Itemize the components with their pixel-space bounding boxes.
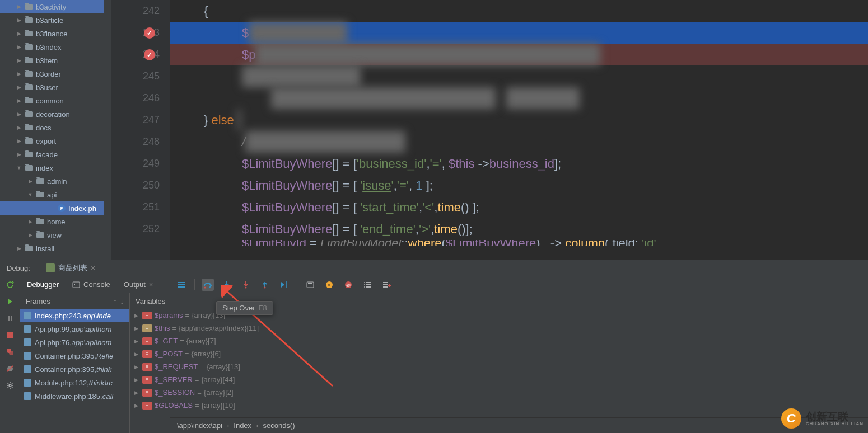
add-watch-icon[interactable] bbox=[380, 279, 393, 291]
breadcrumb[interactable]: \app\index\api › Index › seconds() bbox=[170, 417, 868, 433]
tree-item-b3activity[interactable]: ▶b3activity bbox=[0, 0, 110, 13]
close-icon[interactable]: × bbox=[149, 280, 153, 289]
arrow-up-icon[interactable]: ↑ bbox=[113, 297, 117, 305]
tree-item-install[interactable]: ▶install bbox=[0, 242, 110, 255]
tree-item-home[interactable]: ▶home bbox=[0, 215, 110, 228]
step-out-icon[interactable] bbox=[259, 279, 271, 291]
gutter-line[interactable]: 252 bbox=[111, 218, 170, 240]
gutter-line[interactable]: 247 bbox=[111, 109, 170, 131]
tree-item-index.ph[interactable]: PIndex.ph bbox=[0, 201, 110, 215]
gutter-line[interactable]: 242 bbox=[111, 0, 170, 22]
mute-breakpoints-icon[interactable] bbox=[4, 363, 16, 375]
breakpoint-icon[interactable] bbox=[144, 49, 155, 60]
gutter-line[interactable]: 248 bbox=[111, 131, 170, 153]
tree-item-docs[interactable]: ▶docs bbox=[0, 121, 110, 134]
step-into-icon[interactable] bbox=[221, 279, 233, 291]
evaluate-expression-icon[interactable] bbox=[304, 279, 316, 291]
frames-panel[interactable]: Frames ↑↓ Index.php:243, app\indeApi.php… bbox=[20, 293, 130, 433]
breakpoint-icon[interactable] bbox=[144, 27, 155, 39]
chevron-right-icon[interactable]: ▶ bbox=[16, 138, 22, 144]
chevron-right-icon[interactable]: ▶ bbox=[134, 313, 141, 318]
tree-item-common[interactable]: ▶common bbox=[0, 94, 110, 107]
chevron-right-icon[interactable]: ▶ bbox=[27, 178, 34, 185]
console-tab[interactable]: Console bbox=[70, 280, 113, 289]
gutter-line[interactable]: 243 bbox=[111, 22, 170, 44]
chevron-right-icon[interactable]: ▶ bbox=[16, 44, 22, 50]
code-line[interactable]: $params...redacted blurred content goes … bbox=[170, 44, 868, 65]
debugger-tab[interactable]: Debugger bbox=[25, 280, 61, 289]
variable-item[interactable]: ▶≡$GLOBALS={array} [10] bbox=[132, 399, 868, 412]
chevron-right-icon[interactable]: ▶ bbox=[134, 364, 141, 370]
code-line[interactable]: $LimitBuyWhere[] = [ 'isuse','=', 1 ]; bbox=[170, 175, 868, 196]
code-content[interactable]: {$params['seconds']$params...redacted bl… bbox=[170, 0, 868, 260]
tree-item-b3article[interactable]: ▶b3article bbox=[0, 13, 110, 27]
variable-item[interactable]: ▶≡$_GET={array} [7] bbox=[132, 335, 868, 347]
output-tab[interactable]: Output× bbox=[122, 280, 156, 289]
frame-item[interactable]: Middleware.php:185, call bbox=[20, 389, 129, 403]
breadcrumb-part[interactable]: Index bbox=[234, 421, 251, 430]
settings-icon[interactable] bbox=[4, 379, 16, 392]
coin-icon[interactable]: ¢ bbox=[323, 279, 335, 291]
chevron-right-icon[interactable]: ▶ bbox=[16, 111, 22, 117]
chevron-down-icon[interactable]: ▼ bbox=[27, 191, 34, 198]
frame-item[interactable]: Module.php:132, think\rc bbox=[20, 376, 129, 389]
tree-item-api[interactable]: ▼api bbox=[0, 188, 110, 201]
chevron-right-icon[interactable]: ▶ bbox=[16, 30, 22, 37]
chevron-right-icon[interactable]: ▶ bbox=[134, 390, 141, 396]
tree-item-view[interactable]: ▶view bbox=[0, 228, 110, 242]
view-breakpoints-icon[interactable] bbox=[4, 346, 16, 358]
show-execution-point-icon[interactable] bbox=[175, 279, 188, 291]
code-line[interactable]: $more->stuff($args, $here, andtext); $da… bbox=[170, 87, 868, 109]
gutter-line[interactable]: 251 bbox=[111, 196, 170, 218]
arrow-down-icon[interactable]: ↓ bbox=[120, 297, 124, 305]
breadcrumb-part[interactable]: seconds() bbox=[263, 421, 295, 430]
breadcrumb-part[interactable]: \app\index\api bbox=[177, 421, 222, 430]
chevron-right-icon[interactable]: ▶ bbox=[16, 97, 22, 104]
chevron-right-icon[interactable]: ▶ bbox=[16, 151, 22, 158]
chevron-right-icon[interactable]: ▶ bbox=[134, 403, 141, 408]
frame-item[interactable]: Container.php:395, Refle bbox=[20, 349, 129, 363]
chevron-right-icon[interactable]: ▶ bbox=[16, 70, 22, 77]
step-over-icon[interactable] bbox=[202, 279, 214, 291]
tree-item-export[interactable]: ▶export bbox=[0, 134, 110, 148]
chevron-right-icon[interactable]: ▶ bbox=[134, 338, 141, 344]
tree-item-decoration[interactable]: ▶decoration bbox=[0, 107, 110, 121]
chevron-right-icon[interactable]: ▶ bbox=[134, 326, 141, 331]
tree-item-b3index[interactable]: ▶b3index bbox=[0, 40, 110, 54]
tree-item-b3order[interactable]: ▶b3order bbox=[0, 67, 110, 81]
variable-item[interactable]: ▶≡$this={app\index\api\Index} [11] bbox=[132, 322, 868, 335]
variable-item[interactable]: ▶≡$_SERVER={array} [44] bbox=[132, 373, 868, 386]
stop-icon[interactable] bbox=[4, 329, 16, 341]
tree-item-b3finance[interactable]: ▶b3finance bbox=[0, 27, 110, 40]
chevron-right-icon[interactable]: ▶ bbox=[134, 351, 141, 357]
code-line[interactable]: $LimitBuyWhere[] = ['business_id','=', $… bbox=[170, 153, 868, 175]
frame-item[interactable]: Api.php:99, app\api\hom bbox=[20, 322, 129, 336]
gutter-line[interactable]: 250 bbox=[111, 175, 170, 196]
list-icon[interactable] bbox=[361, 279, 374, 291]
code-line[interactable]: $something->call(); bbox=[170, 65, 868, 87]
tree-item-admin[interactable]: ▶admin bbox=[0, 175, 110, 188]
chevron-right-icon[interactable]: ▶ bbox=[134, 377, 141, 383]
close-icon[interactable]: × bbox=[91, 263, 95, 272]
code-editor[interactable]: 242243244245246247248249250251252 {$para… bbox=[111, 0, 868, 260]
chevron-right-icon[interactable]: ▶ bbox=[16, 3, 22, 10]
variable-item[interactable]: ▶≡$_POST={array} [6] bbox=[132, 347, 868, 360]
tree-item-index[interactable]: ▼index bbox=[0, 161, 110, 175]
chevron-right-icon[interactable]: ▶ bbox=[16, 245, 22, 252]
chevron-right-icon[interactable]: ▶ bbox=[16, 124, 22, 131]
chevron-right-icon[interactable]: ▶ bbox=[16, 57, 22, 64]
code-line[interactable]: // redacted comment text here bbox=[170, 131, 868, 153]
gutter-line[interactable]: 245 bbox=[111, 65, 170, 87]
chevron-right-icon[interactable]: ▶ bbox=[27, 218, 34, 225]
gutter-line[interactable]: 249 bbox=[111, 153, 170, 175]
code-line[interactable]: } else bbox=[170, 109, 868, 131]
code-line[interactable]: $params['seconds'] bbox=[170, 22, 868, 44]
rerun-icon[interactable] bbox=[4, 279, 16, 291]
frame-item[interactable]: Container.php:395, think bbox=[20, 363, 129, 376]
variable-item[interactable]: ▶≡$_REQUEST={array} [13] bbox=[132, 360, 868, 373]
tree-item-b3user[interactable]: ▶b3user bbox=[0, 81, 110, 94]
debug-tool-window-header[interactable]: Debug: 商品列表 × bbox=[0, 260, 868, 276]
chevron-right-icon[interactable]: ▶ bbox=[27, 232, 34, 238]
run-to-cursor-icon[interactable] bbox=[278, 279, 290, 291]
at-icon[interactable]: @ bbox=[342, 279, 354, 291]
